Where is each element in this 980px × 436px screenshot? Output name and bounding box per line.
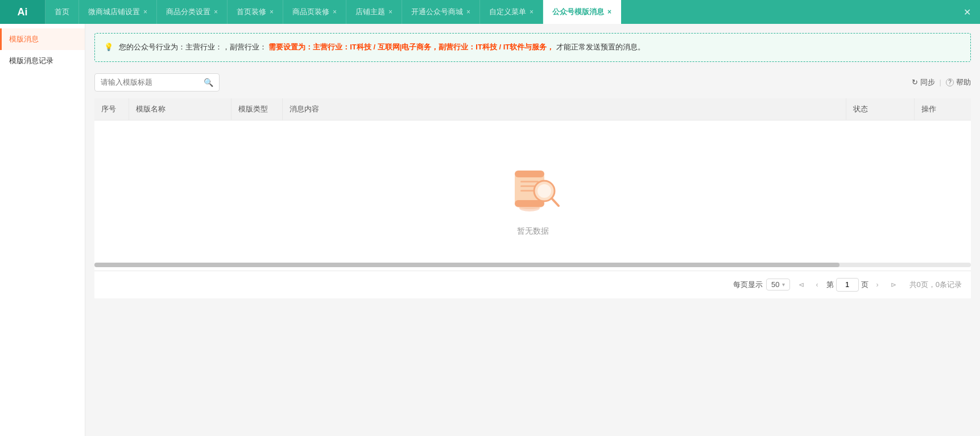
tab-templatemsg-close[interactable]: ×: [607, 8, 611, 16]
svg-line-9: [552, 198, 559, 206]
sidebar: 模版消息 模版消息记录: [0, 24, 85, 436]
horizontal-scrollbar[interactable]: [94, 263, 971, 267]
notice-box: 💡 您的公众号行业为：主营行业：，副营行业： 需要设置为：主营行业：IT科技 /…: [94, 33, 971, 62]
tab-category-label: 商品分类设置: [166, 7, 210, 17]
tab-homepage-close[interactable]: ×: [270, 8, 274, 16]
search-input-wrap[interactable]: 🔍: [94, 73, 220, 92]
tab-homepage-label: 首页装修: [237, 7, 266, 17]
svg-rect-4: [520, 181, 539, 182]
main-content: 💡 您的公众号行业为：主营行业：，副营行业： 需要设置为：主营行业：IT科技 /…: [85, 24, 980, 436]
tab-openmp[interactable]: 开通公众号商城 ×: [402, 0, 480, 24]
prev-page-button[interactable]: ‹: [811, 278, 824, 292]
page-prefix: 第: [826, 280, 834, 290]
help-button[interactable]: ? 帮助: [946, 77, 971, 88]
next-page-button[interactable]: ›: [871, 278, 884, 292]
divider: |: [940, 78, 941, 86]
notice-suffix: 才能正常发送预置的消息。: [556, 43, 645, 51]
empty-illustration: [499, 155, 567, 217]
tab-productpage[interactable]: 商品页装修 ×: [283, 0, 346, 24]
sidebar-item-template-msg-log[interactable]: 模版消息记录: [0, 50, 85, 72]
col-name: 模版名称: [129, 98, 231, 121]
sidebar-item-template-msg[interactable]: 模版消息: [0, 28, 85, 50]
data-table: 序号 模版名称 模版类型 消息内容 状态: [94, 98, 971, 259]
table-header-row: 序号 模版名称 模版类型 消息内容 状态: [94, 98, 971, 121]
sync-icon: ↻: [912, 78, 918, 86]
page-size-label: 每页显示: [733, 280, 763, 290]
col-type: 模版类型: [231, 98, 282, 121]
col-seq: 序号: [94, 98, 129, 121]
page-size-value: 50: [771, 280, 779, 289]
tab-openmp-label: 开通公众号商城: [411, 7, 463, 17]
tab-theme-label: 店铺主题: [355, 7, 385, 17]
tab-theme[interactable]: 店铺主题 ×: [346, 0, 402, 24]
empty-state: 暂无数据: [94, 121, 971, 259]
svg-rect-5: [520, 185, 535, 187]
tab-homepage[interactable]: 首页装修 ×: [228, 0, 283, 24]
tab-custommenu-label: 自定义菜单: [489, 7, 526, 17]
tab-home[interactable]: 首页: [46, 0, 79, 24]
total-label: 共0页，0条记录: [909, 280, 962, 290]
col-action: 操作: [914, 98, 971, 121]
chevron-down-icon: ▾: [782, 281, 785, 288]
svg-point-10: [519, 205, 540, 211]
sync-label: 同步: [920, 77, 935, 88]
sync-button[interactable]: ↻ 同步: [912, 77, 935, 88]
app-logo: Ai: [0, 0, 46, 24]
tab-openmp-close[interactable]: ×: [466, 8, 470, 16]
sidebar-item-template-msg-label: 模版消息: [9, 35, 39, 43]
empty-text: 暂无数据: [517, 226, 549, 236]
tab-wshop-label: 微商城店铺设置: [88, 7, 140, 17]
scrollbar-thumb[interactable]: [94, 263, 840, 267]
page-number-input[interactable]: [836, 278, 859, 292]
page-input-wrap: 第 页: [826, 278, 869, 292]
notice-highlight: 需要设置为：主营行业：IT科技 / 互联网|电子商务，副营行业：IT科技 / I…: [268, 43, 554, 51]
col-status: 状态: [846, 98, 914, 121]
tab-category-close[interactable]: ×: [214, 8, 218, 16]
svg-rect-2: [515, 171, 544, 177]
search-actions: ↻ 同步 | ? 帮助: [912, 77, 971, 88]
tab-templatemsg-label: 公众号模版消息: [552, 7, 604, 17]
tab-theme-close[interactable]: ×: [388, 8, 392, 16]
tab-wshop-close[interactable]: ×: [143, 8, 147, 16]
tab-bar: Ai 首页 微商城店铺设置 × 商品分类设置 × 首页装修 × 商品页装修 × …: [0, 0, 980, 24]
page-size-select: 每页显示 50 ▾: [733, 279, 789, 290]
page-nav: ⊲ ‹ 第 页 › ⊳: [795, 278, 900, 292]
table-wrapper: 序号 模版名称 模版类型 消息内容 状态: [94, 98, 971, 298]
tab-custommenu-close[interactable]: ×: [530, 8, 534, 16]
tab-productpage-close[interactable]: ×: [333, 8, 337, 16]
pagination-row: 每页显示 50 ▾ ⊲ ‹ 第 页 › ⊳: [94, 271, 971, 298]
search-input[interactable]: [101, 78, 204, 86]
tab-wshop[interactable]: 微商城店铺设置 ×: [79, 0, 157, 24]
tab-productpage-label: 商品页装修: [292, 7, 329, 17]
page-label: 页: [861, 280, 869, 290]
tab-home-label: 首页: [55, 7, 69, 17]
main-layout: 模版消息 模版消息记录 💡 您的公众号行业为：主营行业：，副营行业： 需要设置为…: [0, 24, 980, 436]
svg-point-8: [537, 184, 551, 198]
notice-icon: 💡: [104, 43, 113, 51]
tab-custommenu[interactable]: 自定义菜单 ×: [480, 0, 543, 24]
notice-prefix: 您的公众号行业为：主营行业：，副营行业：: [119, 43, 267, 51]
tab-templatemsg[interactable]: 公众号模版消息 ×: [543, 0, 621, 24]
last-page-button[interactable]: ⊳: [887, 278, 900, 292]
close-all-button[interactable]: ✕: [954, 7, 980, 18]
help-icon: ?: [946, 78, 954, 86]
search-icon[interactable]: 🔍: [204, 78, 213, 87]
first-page-button[interactable]: ⊲: [795, 278, 808, 292]
help-label: 帮助: [956, 77, 971, 88]
sidebar-item-template-msg-log-label: 模版消息记录: [9, 56, 53, 65]
tab-category[interactable]: 商品分类设置 ×: [157, 0, 228, 24]
search-bar: 🔍 ↻ 同步 | ? 帮助: [94, 73, 971, 92]
col-content: 消息内容: [282, 98, 846, 121]
page-size-dropdown[interactable]: 50 ▾: [766, 279, 789, 290]
